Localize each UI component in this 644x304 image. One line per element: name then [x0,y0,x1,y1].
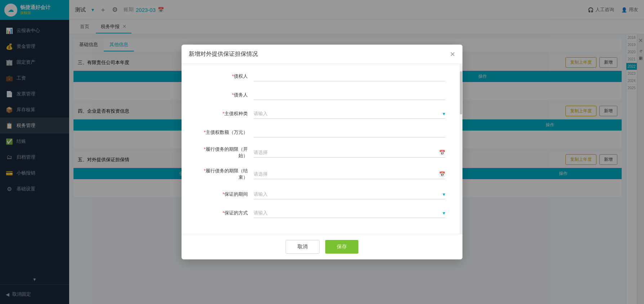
debt-type-required-star: * [223,111,224,116]
guarantee-period-input[interactable] [254,189,443,199]
debt-amount-label: *主债权数额（万元） [196,129,254,136]
debt-amount-input[interactable] [254,127,445,137]
guarantee-method-select-row: ▾ [254,208,445,218]
creditor-required-star: * [232,73,234,79]
guarantee-period-chevron-icon[interactable]: ▾ [443,191,445,197]
modal-overlay: 新增对外提供保证担保情况 ✕ *债权人 *债务人 [0,0,644,304]
debtor-label: *债务人 [196,92,254,98]
modal-dialog: 新增对外提供保证担保情况 ✕ *债权人 *债务人 [182,45,462,259]
modal-scrollbar-thumb [460,71,462,114]
guarantee-period-label: *保证的期间 [196,191,254,198]
guarantee-method-input[interactable] [254,208,443,218]
period-start-input[interactable] [254,148,439,157]
debt-amount-required-star: * [204,130,206,135]
form-row-period-end: *履行债务的期限（结束） 📅 [196,168,445,181]
period-end-calendar-icon[interactable]: 📅 [439,171,445,177]
period-start-input-wrapper: 📅 [254,148,445,158]
guarantee-period-select-row: ▾ [254,189,445,199]
form-row-period-start: *履行债务的期限（开始） 📅 [196,146,445,159]
period-start-required-star: * [204,146,206,152]
form-row-creditor: *债权人 [196,71,445,81]
debt-amount-input-wrapper [254,127,445,137]
modal-close-btn[interactable]: ✕ [450,51,455,58]
period-end-input[interactable] [254,169,439,179]
modal-body: *债权人 *债务人 [182,64,460,234]
debt-type-chevron-icon[interactable]: ▾ [443,111,445,117]
period-start-calendar-icon[interactable]: 📅 [439,150,445,155]
creditor-input-wrapper [254,71,445,81]
debtor-input[interactable] [254,90,445,100]
creditor-label: *债权人 [196,73,254,80]
creditor-input[interactable] [254,71,445,81]
debt-type-input-wrapper: ▾ [254,109,445,119]
form-row-debt-amount: *主债权数额（万元） [196,127,445,137]
debt-type-select-row: ▾ [254,109,445,119]
form-row-debt-type: *主债权种类 ▾ [196,109,445,119]
form-row-guarantee-period: *保证的期间 ▾ [196,189,445,199]
debtor-required-star: * [232,92,234,97]
modal-scrollbar[interactable] [460,64,462,234]
debt-type-label: *主债权种类 [196,110,254,117]
guarantee-method-required-star: * [223,210,224,215]
form-row-debtor: *债务人 [196,90,445,100]
period-start-label: *履行债务的期限（开始） [196,146,254,159]
guarantee-method-label: *保证的方式 [196,210,254,216]
period-start-date-row: 📅 [254,148,445,158]
guarantee-method-input-wrapper: ▾ [254,208,445,218]
period-end-label: *履行债务的期限（结束） [196,168,254,181]
period-end-date-row: 📅 [254,169,445,179]
modal-footer: 取消 保存 [182,234,462,259]
guarantee-period-input-wrapper: ▾ [254,189,445,199]
modal-header: 新增对外提供保证担保情况 ✕ [182,45,462,64]
cancel-button[interactable]: 取消 [286,240,319,254]
guarantee-period-required-star: * [223,191,224,197]
period-end-input-wrapper: 📅 [254,169,445,179]
debtor-input-wrapper [254,90,445,100]
save-button[interactable]: 保存 [325,240,358,254]
guarantee-method-chevron-icon[interactable]: ▾ [443,210,445,216]
modal-title: 新增对外提供保证担保情况 [189,50,258,58]
period-end-required-star: * [204,168,206,173]
debt-type-input[interactable] [254,109,443,118]
form-row-guarantee-method: *保证的方式 ▾ [196,208,445,218]
